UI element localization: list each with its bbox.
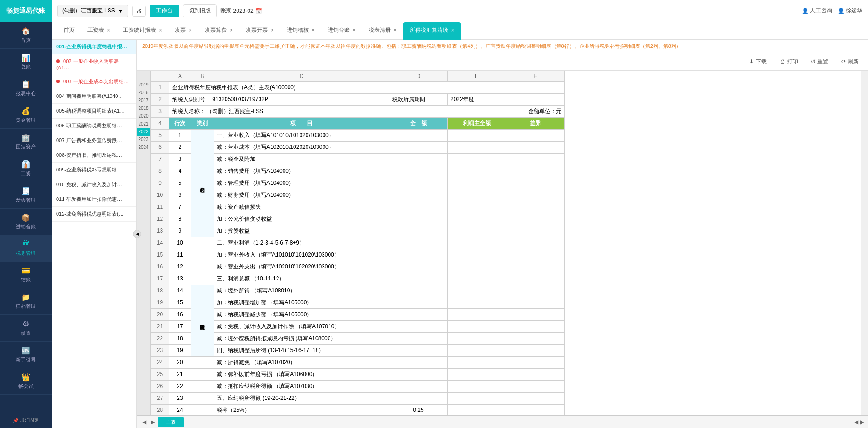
- tab-tax-summary[interactable]: 税表清册 ×: [362, 22, 403, 40]
- user-avatar[interactable]: 👤 徐运华: [838, 7, 862, 15]
- calendar-icon[interactable]: 📅: [255, 8, 262, 14]
- tab-payroll[interactable]: 工资表 ×: [81, 22, 116, 40]
- download-button[interactable]: ⬇ 下载: [746, 56, 770, 68]
- item-cell[interactable]: 加：公允价值变动收益: [214, 213, 389, 225]
- list-item-007[interactable]: 007-广告费和业务宣传费跌…: [52, 133, 136, 148]
- sidebar-item-guide[interactable]: 🆕 新手引导: [0, 342, 52, 368]
- year-item-2018[interactable]: 2018: [137, 104, 150, 112]
- list-item-004[interactable]: 004-期间费用明细表(A1040…: [52, 89, 136, 104]
- item-cell[interactable]: 五、应纳税所得额 (19-20-21-22）: [214, 392, 389, 404]
- print-button[interactable]: 🖨 打印: [776, 56, 802, 68]
- item-cell[interactable]: 税率（25%）: [214, 404, 389, 415]
- item-cell[interactable]: 减：财务费用（填写A104000）: [214, 189, 389, 201]
- sidebar-item-archive[interactable]: 📁 归档管理: [0, 288, 52, 315]
- list-item-001[interactable]: 001-企业所得税年度纳税申报…: [52, 40, 136, 54]
- sidebar-item-checkout[interactable]: 💳 结账: [0, 262, 52, 288]
- year-item-2023[interactable]: 2023: [137, 136, 150, 143]
- list-item-006[interactable]: 006-职工薪酬纳税调整明细…: [52, 119, 136, 133]
- tab-close-tax-summary[interactable]: ×: [393, 27, 397, 34]
- refresh-button[interactable]: ⟳ 刷新: [838, 56, 862, 68]
- list-item-012[interactable]: 012-减免所得税优惠明细表(…: [52, 207, 136, 222]
- reset-button[interactable]: ↺ 重置: [807, 56, 832, 68]
- tab-invoice-fee[interactable]: 发票算费 ×: [198, 22, 239, 40]
- list-item-003[interactable]: 003-一般企业成本支出明细…: [52, 74, 136, 89]
- sidebar-item-fixed-assets[interactable]: 🏢 固定资产: [0, 129, 52, 155]
- sheet-nav-right[interactable]: ▶: [149, 418, 157, 426]
- item-cell[interactable]: 减：弥补以前年度亏损 （填写A106000）: [214, 368, 389, 380]
- sidebar-item-funds[interactable]: 💰 资金管理: [0, 102, 52, 129]
- work-area-button[interactable]: 工作台: [150, 5, 179, 17]
- xingci-cell[interactable]: 1: [169, 129, 191, 141]
- year-item-2017[interactable]: 2017: [137, 97, 150, 104]
- lirun-cell[interactable]: [447, 129, 506, 141]
- item-cell[interactable]: 减：免税、减计收入及加计扣除 （填写A107010）: [214, 320, 389, 332]
- sheet-nav-left[interactable]: ◀: [140, 418, 148, 426]
- item-cell[interactable]: 减：资产减值损失: [214, 201, 389, 213]
- year-item-2016[interactable]: 2016: [137, 89, 150, 97]
- tab-close-purchase-audit[interactable]: ×: [312, 27, 315, 34]
- year-item-2020[interactable]: 2020: [137, 112, 150, 120]
- service-link[interactable]: 👤 人工咨询: [802, 7, 832, 15]
- scrollbar[interactable]: [861, 71, 868, 416]
- item-cell[interactable]: 四、纳税调整后所得 (13-14+15-16-17+18）: [214, 344, 389, 356]
- list-item-005[interactable]: 005-纳税调整项目明细表(A1…: [52, 104, 136, 119]
- sidebar-item-reports[interactable]: 📋 报表中心: [0, 75, 52, 102]
- tab-home[interactable]: 首页: [57, 22, 81, 40]
- sidebar-item-purchase-sales[interactable]: 📦 进销台账: [0, 209, 52, 235]
- tab-close-payroll-stats[interactable]: ×: [159, 27, 162, 34]
- item-cell[interactable]: 减：所得减免 （填写A107020）: [214, 356, 389, 368]
- item-cell[interactable]: 加：投资收益: [214, 225, 389, 237]
- sheet-scroll-right[interactable]: ▶: [860, 419, 864, 425]
- list-item-008[interactable]: 008-资产折旧、摊销及纳税…: [52, 148, 136, 163]
- item-cell[interactable]: 一、营业收入（填写A101010\101020\103000）: [214, 129, 389, 141]
- list-item-010[interactable]: 010-免税、减计收入及加计…: [52, 177, 136, 192]
- item-cell[interactable]: 减：营业外支出（填写A102010\102020\103000）: [214, 261, 389, 273]
- pin-toggle[interactable]: 📌 取消固定: [0, 412, 52, 428]
- item-cell[interactable]: 加：营业外收入（填写A101010\101020\103000）: [214, 249, 389, 261]
- sidebar-item-general-ledger[interactable]: 📊 总账: [0, 49, 52, 75]
- tab-close-purchase-ledger[interactable]: ×: [353, 27, 356, 34]
- quanje-cell[interactable]: [389, 129, 447, 141]
- year-item-2021[interactable]: 2021: [137, 120, 150, 128]
- year-item-2024[interactable]: 2024: [137, 143, 150, 151]
- sidebar-item-payroll[interactable]: 👔 工资: [0, 155, 52, 182]
- year-item-2019[interactable]: 2019: [137, 81, 150, 89]
- print-icon-btn[interactable]: 🖨: [132, 6, 146, 17]
- item-cell[interactable]: 减：管理费用（填写A104000）: [214, 177, 389, 189]
- tab-purchase-audit[interactable]: 进销稽核 ×: [280, 22, 321, 40]
- tab-income-tax[interactable]: 所得税汇算清缴 ×: [403, 22, 461, 40]
- year-item-2022[interactable]: 2022: [137, 128, 150, 136]
- tab-invoice-open[interactable]: 发票开票 ×: [239, 22, 280, 40]
- item-cell[interactable]: 减：境外所得 （填写A108010）: [214, 285, 389, 297]
- tab-close-invoice-open[interactable]: ×: [271, 27, 274, 34]
- collapse-panel-button[interactable]: ◀: [133, 230, 141, 238]
- item-cell[interactable]: 减：销售费用（填写A104000）: [214, 165, 389, 177]
- tab-close-income-tax[interactable]: ×: [451, 27, 454, 34]
- list-item-002[interactable]: 002-一般企业收入明细表(A1…: [52, 54, 136, 74]
- list-item-009[interactable]: 009-企业所得税补亏损明细…: [52, 163, 136, 177]
- tab-invoice[interactable]: 发票 ×: [168, 22, 198, 40]
- chay-cell[interactable]: [506, 129, 564, 141]
- sidebar-item-member[interactable]: 👑 畅会员: [0, 368, 52, 395]
- item-cell[interactable]: 减：纳税调整减少额 （填写A105000）: [214, 308, 389, 320]
- tab-purchase-ledger[interactable]: 进销台账 ×: [321, 22, 362, 40]
- item-cell[interactable]: 三、利润总额 （10-11-12）: [214, 273, 389, 285]
- sidebar-item-invoices[interactable]: 🧾 发票管理: [0, 182, 52, 209]
- item-cell[interactable]: 减：营业成本（填写A102010\102020\103000）: [214, 141, 389, 153]
- item-cell[interactable]: 加：纳税调整增加额 （填写A105000）: [214, 297, 389, 308]
- sidebar-item-home[interactable]: 🏠 首页: [0, 22, 52, 49]
- tab-close-invoice-fee[interactable]: ×: [230, 27, 233, 34]
- item-cell[interactable]: 二、营业利润（1-2-3-4-5-6-7-8+9）: [214, 237, 389, 249]
- tab-close-payroll[interactable]: ×: [107, 27, 110, 34]
- sidebar-item-tax[interactable]: 🏛 税务管理: [0, 235, 52, 262]
- sidebar-item-settings[interactable]: ⚙ 设置: [0, 315, 52, 342]
- item-cell[interactable]: 减：抵扣应纳税所得额 （填写A107030）: [214, 380, 389, 392]
- switch-version-button[interactable]: 切到旧版: [183, 4, 217, 17]
- company-selector[interactable]: (勾删）江西服宝-LSS ▼: [57, 5, 128, 17]
- item-cell[interactable]: 减：税金及附加: [214, 153, 389, 165]
- list-item-011[interactable]: 011-研发费用加计扣除优惠…: [52, 192, 136, 207]
- item-cell[interactable]: 减：境外应税所得抵减境内亏损 (填写A108000）: [214, 332, 389, 344]
- tab-close-invoice[interactable]: ×: [189, 27, 192, 34]
- tab-payroll-stats[interactable]: 工资统计报表 ×: [116, 22, 168, 40]
- sheet-tab-main[interactable]: 主表: [158, 417, 184, 427]
